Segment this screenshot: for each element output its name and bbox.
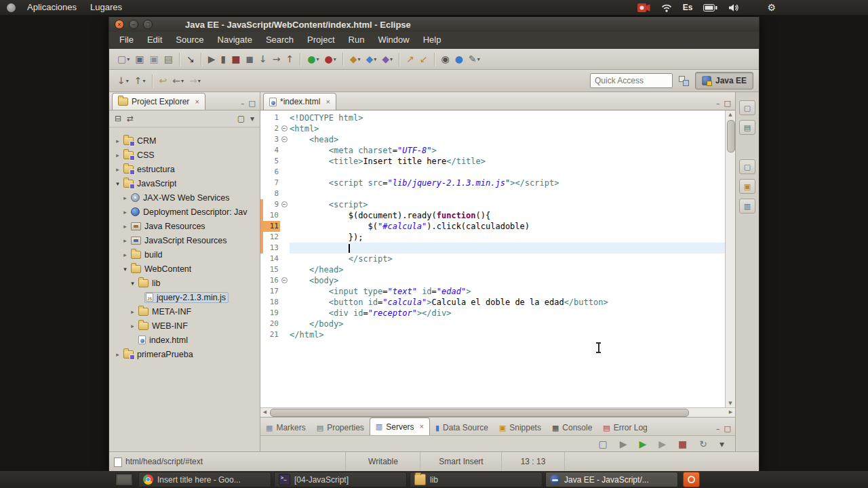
print-button[interactable]: ▤ [162,51,175,67]
select-tool-button[interactable]: ↘ [184,51,197,67]
fold-gutter[interactable]: − [280,275,290,286]
tree-collapsed-arrow-icon[interactable]: ▸ [113,152,122,159]
tree-collapsed-arrow-icon[interactable]: ▸ [128,323,137,329]
workspace-switcher-icon[interactable] [115,473,133,486]
dropdown-arrow-icon[interactable]: ▾ [127,56,130,62]
window-titlebar[interactable]: × – □ Java EE - JavaScript/WebContent/in… [109,17,759,32]
scroll-left-icon[interactable]: ◀ [260,408,269,417]
launcher-icon[interactable] [683,472,700,487]
tree-collapsed-arrow-icon[interactable]: ▸ [121,251,130,258]
save-button[interactable]: ▣ [133,51,146,67]
dropdown-arrow-icon[interactable]: ▾ [198,78,201,84]
new-servlet-button[interactable]: ◆▾ [348,51,363,67]
tab-data-source[interactable]: ▮Data Source [430,420,494,435]
perspective-java-ee-button[interactable]: Java EE [695,72,753,89]
new-server-button[interactable]: ▢ [596,436,609,452]
menu-help[interactable]: Help [417,32,448,48]
close-view-icon[interactable]: × [420,423,424,430]
new-web-service-button[interactable]: ◆▾ [380,51,395,67]
import-war-button[interactable]: ↙ [418,51,430,67]
tree-collapsed-arrow-icon[interactable]: ▸ [113,351,122,358]
link-with-editor-button[interactable]: ⇄ [127,115,134,123]
menu-search[interactable]: Search [260,32,300,48]
minimize-editor-button[interactable]: – [716,100,720,107]
quick-access-input[interactable] [590,73,673,88]
dropdown-arrow-icon[interactable]: ▾ [181,78,184,84]
palette-view-button[interactable]: ▢ [739,159,755,174]
scroll-up-icon[interactable]: ▲ [726,110,735,119]
forward-button[interactable]: →▾ [187,73,203,89]
step-into-button[interactable]: ↓ [257,51,269,67]
maximize-editor-button[interactable]: □ [724,100,731,107]
menu-edit[interactable]: Edit [141,32,168,48]
tree-item-web-inf[interactable]: ▸WEB-INF [109,319,260,333]
vertical-scroll-thumb[interactable] [727,120,735,152]
tree-collapsed-arrow-icon[interactable]: ▸ [128,308,137,315]
taskbar-window-lib[interactable]: lib [410,472,542,487]
dropdown-arrow-icon[interactable]: ▾ [390,56,393,62]
back-button[interactable]: ←▾ [170,73,186,89]
tree-item-primeraprueba[interactable]: ▸primeraPrueba [109,347,260,361]
fold-collapse-icon[interactable]: − [281,277,288,283]
step-over-button[interactable]: → [271,51,283,67]
tree-expanded-arrow-icon[interactable]: ▾ [113,180,122,187]
tab-error-log[interactable]: ▤Error Log [597,420,652,435]
search-button[interactable]: ◉ [439,51,452,67]
horizontal-scrollbar[interactable]: ◀ ▶ [260,407,735,417]
publish-server-button[interactable]: ↻ [697,436,709,452]
suspend-button[interactable]: ▮ [218,51,228,67]
keyboard-layout-indicator[interactable]: Es [683,3,693,12]
scroll-right-icon[interactable]: ▶ [726,408,735,417]
stop-server-button[interactable]: ■ [676,436,689,452]
menu-run[interactable]: Run [342,32,371,48]
window-close-button[interactable]: × [115,20,124,29]
coverage-button[interactable]: ●▾ [322,51,338,67]
menu-source[interactable]: Source [170,32,210,48]
previous-annotation-button[interactable]: ↑▾ [132,73,148,89]
menu-project[interactable]: Project [301,32,340,48]
session-gear-icon[interactable]: ⚙ [767,2,776,13]
next-annotation-button[interactable]: ↓▾ [115,73,131,89]
view-menu-button[interactable]: ▾ [250,115,254,123]
tree-expanded-arrow-icon[interactable]: ▾ [128,280,137,287]
run-button[interactable]: ●▾ [305,51,321,67]
screen-record-icon[interactable] [637,3,650,12]
battery-icon[interactable] [703,4,717,12]
places-menu[interactable]: Lugares [83,0,129,15]
tree-collapsed-arrow-icon[interactable]: ▸ [121,223,130,230]
tab-properties[interactable]: ▤Properties [311,420,370,435]
fold-collapse-icon[interactable]: − [281,136,288,142]
fold-gutter[interactable]: − [280,199,290,210]
tree-item-deployment-descriptor-jav[interactable]: ▸Deployment Descriptor: Jav [109,205,260,219]
tree-item-javascript-resources[interactable]: ▸JavaScript Resources [109,233,260,247]
close-view-icon[interactable]: × [195,98,199,106]
dropdown-arrow-icon[interactable]: ▾ [358,56,361,62]
dropdown-arrow-icon[interactable]: ▾ [477,56,480,62]
step-return-button[interactable]: ↑ [284,51,296,67]
tree-item-webcontent[interactable]: ▾WebContent [109,262,260,276]
last-edit-location-button[interactable]: ↩ [157,73,170,89]
window-maximize-button[interactable]: □ [143,20,153,29]
focus-view-button[interactable]: ▢ [237,115,245,123]
tree-item-java-resources[interactable]: ▸Java Resources [109,219,260,233]
tab-markers[interactable]: ▦Markers [260,420,311,435]
wifi-icon[interactable] [661,3,672,12]
menu-file[interactable]: File [113,32,140,48]
dropdown-arrow-icon[interactable]: ▾ [126,78,129,84]
tree-collapsed-arrow-icon[interactable]: ▸ [121,237,130,244]
tree-item-index-html[interactable]: index.html [109,333,260,347]
close-editor-icon[interactable]: × [326,98,330,106]
disconnect-button[interactable]: ◼ [243,51,256,67]
code-editor[interactable]: 1<!DOCTYPE html>2−<html>3− <head>4 <meta… [260,110,735,407]
mark-occurrences-button[interactable]: ✎▾ [467,51,482,67]
menu-navigate[interactable]: Navigate [212,32,258,48]
fold-collapse-icon[interactable]: − [281,201,288,207]
tree-collapsed-arrow-icon[interactable]: ▸ [113,166,122,173]
menu-window[interactable]: Window [372,32,415,48]
tree-collapsed-arrow-icon[interactable]: ▸ [113,138,122,144]
dropdown-arrow-icon[interactable]: ▾ [142,78,145,84]
tab-index-html[interactable]: *index.html × [263,93,336,110]
new-session-bean-button[interactable]: ◆▾ [364,51,379,67]
open-perspective-icon[interactable] [678,75,690,87]
tree-expanded-arrow-icon[interactable]: ▾ [121,266,130,272]
